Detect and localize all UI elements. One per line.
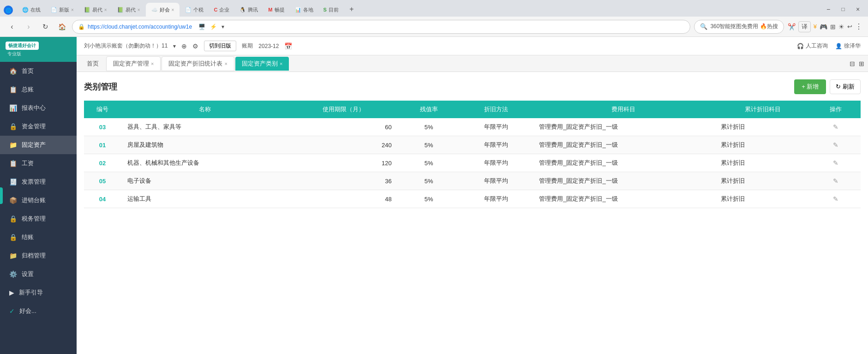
tab-close-icon[interactable]: × <box>224 61 227 66</box>
table-row: 04 运输工具 48 5% 年限平均 管理费用_固定资产折旧_一级 累计折旧 ✎ <box>84 190 861 208</box>
sidebar-item-home[interactable]: 🏠 首页 <box>0 62 77 80</box>
col-method: 折旧方法 <box>460 101 533 118</box>
edit-icon[interactable]: ✎ <box>833 177 838 185</box>
browser-tab[interactable]: 📄新版× <box>46 3 78 17</box>
cell-depreciation: 累计折旧 <box>714 154 811 172</box>
browser-tab[interactable]: 📗易代× <box>113 3 145 17</box>
table-row: 02 机器、机械和其他生产设备 120 5% 年限平均 管理费用_固定资产折旧_… <box>84 154 861 172</box>
edit-icon[interactable]: ✎ <box>833 159 838 167</box>
reload-btn[interactable]: ↻ <box>39 20 52 33</box>
edit-icon[interactable]: ✎ <box>833 123 838 131</box>
tab-fixed-mgmt[interactable]: 固定资产管理 × <box>106 56 161 71</box>
close-btn[interactable]: × <box>851 4 864 15</box>
settings-icon: ⚙️ <box>9 270 17 278</box>
tab-close-icon[interactable]: × <box>280 61 282 66</box>
settings-btn[interactable]: ⚙ <box>192 42 198 50</box>
browser-tab[interactable]: 📗易代× <box>79 3 112 17</box>
app-logo: 畅捷通好会计 <box>6 42 39 50</box>
add-btn[interactable]: + 新增 <box>794 79 826 94</box>
cell-expense: 管理费用_固定资产折旧_一级 <box>533 190 714 208</box>
url-display: https://cloud.chanjet.com/accounting/uw1… <box>88 24 192 30</box>
browser-tab[interactable]: 📊各地 <box>290 3 318 17</box>
sidebar-item-archive[interactable]: 📁 归档管理 <box>0 246 77 265</box>
browser-tab-active[interactable]: ☁️好会× <box>146 3 180 17</box>
dropdown-icon[interactable]: ▾ <box>173 43 176 49</box>
scissors-btn[interactable]: ✂️ <box>788 23 796 30</box>
currency-btn[interactable]: ¥ <box>814 23 817 30</box>
sidebar-item-checkout[interactable]: 🔒 结账 <box>0 228 77 246</box>
col-residual: 残值率 <box>398 101 460 118</box>
archive-icon: 📁 <box>9 252 17 259</box>
cell-residual: 5% <box>398 190 460 208</box>
sidebar-item-invoice[interactable]: 🧾 发票管理 <box>0 173 77 191</box>
cell-code: 05 <box>84 172 121 190</box>
sidebar-item-more[interactable]: ✓ 好会... <box>0 302 77 320</box>
translate-btn[interactable]: 译 <box>798 21 811 32</box>
cell-method: 年限平均 <box>460 172 533 190</box>
user-profile[interactable]: 👤 徐泽华 <box>835 42 861 50</box>
edit-icon[interactable]: ✎ <box>833 195 838 203</box>
browser-tab[interactable]: 🐧腾讯 <box>235 3 263 17</box>
calendar-icon[interactable]: 📅 <box>284 42 292 50</box>
cell-depreciation: 累计折旧 <box>714 172 811 190</box>
col-depreciation: 累计折旧科目 <box>714 101 811 118</box>
cell-period: 60 <box>289 118 398 136</box>
help-btn[interactable]: 🎧 人工咨询 <box>797 42 828 50</box>
browser-tab[interactable]: C企业 <box>209 3 234 17</box>
app-header: 刘小艳演示账套（勿删勿动！）11 ▾ ⊕ ⚙ 切到旧版 账期 2023-12 📅… <box>77 37 868 55</box>
switch-old-btn[interactable]: 切到旧版 <box>204 41 236 51</box>
cell-name: 房屋及建筑物 <box>121 136 289 154</box>
sidebar-item-tax[interactable]: 🔒 税务管理 <box>0 210 77 228</box>
toolbar-actions: ✂️ 译 ¥ 🎮 ⊞ ☀ ↩ ⋮ <box>788 21 862 32</box>
tab-close-icon[interactable]: × <box>151 61 154 66</box>
home-btn[interactable]: 🏠 <box>55 20 68 33</box>
page-title-row: 类别管理 + 新增 ↻ 刷新 <box>84 79 861 94</box>
category-table: 编号 名称 使用期限（月） 残值率 折旧方法 费用科目 累计折旧科目 操作 03… <box>84 101 861 208</box>
sidebar-item-funds[interactable]: 🔒 资金管理 <box>0 117 77 136</box>
tab-depreciation[interactable]: 固定资产折旧统计表 × <box>162 56 234 71</box>
sidebar-item-ledger[interactable]: 📋 总账 <box>0 80 77 99</box>
table-header: 编号 名称 使用期限（月） 残值率 折旧方法 费用科目 累计折旧科目 操作 <box>84 101 861 118</box>
address-bar[interactable]: 🔒 https://cloud.chanjet.com/accounting/u… <box>72 20 690 34</box>
expand-btn[interactable]: ⊕ <box>181 42 187 50</box>
tab-category[interactable]: 固定资产类别 × <box>235 57 289 71</box>
cell-depreciation: 累计折旧 <box>714 118 811 136</box>
cell-name: 电子设备 <box>121 172 289 190</box>
minimize-btn[interactable]: − <box>822 4 835 15</box>
user-icon: 👤 <box>835 43 842 49</box>
browser-tab[interactable]: 📄个税 <box>180 3 208 17</box>
cell-expense: 管理费用_固定资产折旧_一级 <box>533 118 714 136</box>
browser-tab[interactable]: 🌐在线 <box>18 3 45 17</box>
edit-icon[interactable]: ✎ <box>833 141 838 149</box>
sidebar-item-guide[interactable]: ▶ 新手引导 <box>0 283 77 302</box>
more-btn[interactable]: ⋮ <box>855 22 862 31</box>
sidebar-item-reports[interactable]: 📊 报表中心 <box>0 99 77 117</box>
page-tabs: 首页 固定资产管理 × 固定资产折旧统计表 × 固定资产类别 × ⊟ ⊞ <box>77 55 868 72</box>
search-bar[interactable]: 🔍 360智能抠图免费用 🔥热搜 <box>694 20 784 34</box>
collapse-icon[interactable]: ⊟ <box>850 60 855 67</box>
browser-tab[interactable]: M畅提 <box>263 3 289 17</box>
sidebar-item-payroll[interactable]: 📋 工资 <box>0 154 77 173</box>
forward-btn[interactable]: › <box>22 20 35 33</box>
grid-btn[interactable]: ⊞ <box>830 23 836 30</box>
back-btn[interactable]: ‹ <box>6 20 18 33</box>
sidebar-item-fixed-assets[interactable]: 📁 固定资产 <box>0 136 77 154</box>
tab-home[interactable]: 首页 <box>80 57 105 71</box>
more-icon: ✓ <box>9 307 15 315</box>
expand-icon[interactable]: ⊞ <box>859 60 864 67</box>
maximize-btn[interactable]: □ <box>837 4 850 15</box>
cell-code: 01 <box>84 136 121 154</box>
sidebar-item-inventory[interactable]: 📦 进销台账 <box>0 191 77 210</box>
undo-btn[interactable]: ↩ <box>847 23 852 30</box>
cell-expense: 管理费用_固定资产折旧_一级 <box>533 172 714 190</box>
page-title: 类别管理 <box>84 81 117 92</box>
cell-name: 运输工具 <box>121 190 289 208</box>
browser-tab[interactable]: S目前 <box>319 3 343 17</box>
new-tab-btn[interactable]: + <box>346 4 357 15</box>
game-btn[interactable]: 🎮 <box>820 23 827 30</box>
sidebar-item-settings[interactable]: ⚙️ 设置 <box>0 265 77 283</box>
app-edition: 专业版 <box>7 51 21 57</box>
refresh-btn[interactable]: ↻ 刷新 <box>830 79 861 94</box>
cell-code: 03 <box>84 118 121 136</box>
brightness-btn[interactable]: ☀ <box>838 23 844 30</box>
